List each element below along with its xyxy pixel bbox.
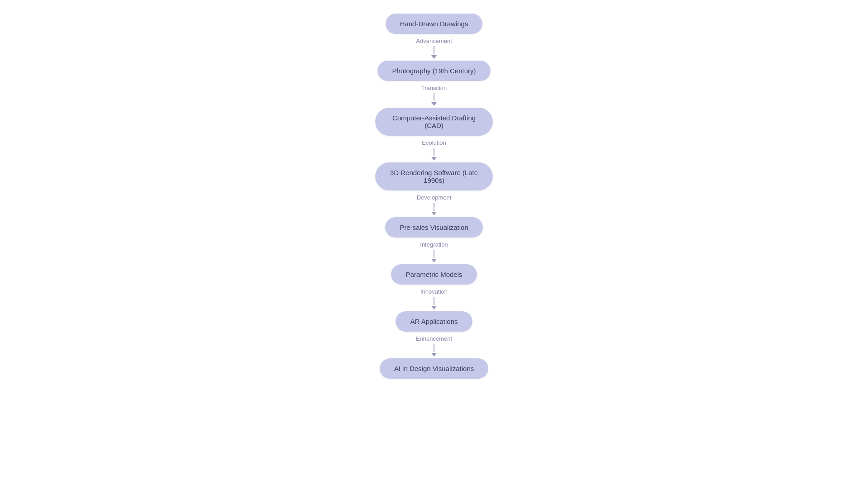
- arrow-line-4: [434, 203, 434, 211]
- connector-enhancement: Enhancement: [416, 332, 452, 358]
- arrow-line-6: [434, 297, 434, 305]
- arrow-line-7: [434, 344, 434, 352]
- node-hand-drawn: Hand-Drawn Drawings: [386, 14, 483, 34]
- flowchart: Hand-Drawn Drawings Advancement Photogra…: [344, 0, 524, 392]
- node-cad: Computer-Assisted Drafting (CAD): [375, 108, 493, 136]
- connector-evolution: Evolution: [422, 136, 446, 162]
- arrow-head-1: [431, 55, 437, 59]
- arrow-line-5: [434, 250, 434, 258]
- connector-transition: Transition: [421, 81, 447, 108]
- connector-label-advancement: Advancement: [416, 38, 452, 44]
- connector-label-development: Development: [417, 194, 452, 201]
- arrow-line-1: [434, 46, 434, 54]
- connector-label-innovation: Innovation: [420, 288, 448, 295]
- arrow-head-2: [431, 102, 437, 106]
- node-parametric: Parametric Models: [391, 264, 476, 285]
- node-presales: Pre-sales Visualization: [385, 217, 482, 238]
- node-ar: AR Applications: [396, 311, 472, 332]
- connector-innovation: Innovation: [420, 285, 448, 311]
- arrow-head-4: [431, 212, 437, 215]
- arrow-head-3: [431, 157, 437, 161]
- connector-advancement: Advancement: [416, 34, 452, 61]
- connector-label-integration: Integration: [420, 241, 448, 248]
- arrow-head-6: [431, 306, 437, 309]
- connector-label-evolution: Evolution: [422, 139, 446, 146]
- node-rendering: 3D Rendering Software (Late 1990s): [375, 162, 493, 190]
- connector-label-enhancement: Enhancement: [416, 335, 452, 342]
- node-photography: Photography (19th Century): [377, 61, 490, 81]
- arrow-line-3: [434, 148, 434, 156]
- connector-development: Development: [417, 190, 452, 217]
- node-ai: AI in Design Visualizations: [380, 358, 488, 379]
- arrow-line-2: [434, 93, 434, 101]
- arrow-head-7: [431, 353, 437, 357]
- arrow-head-5: [431, 259, 437, 262]
- connector-label-transition: Transition: [421, 85, 447, 91]
- connector-integration: Integration: [420, 238, 448, 264]
